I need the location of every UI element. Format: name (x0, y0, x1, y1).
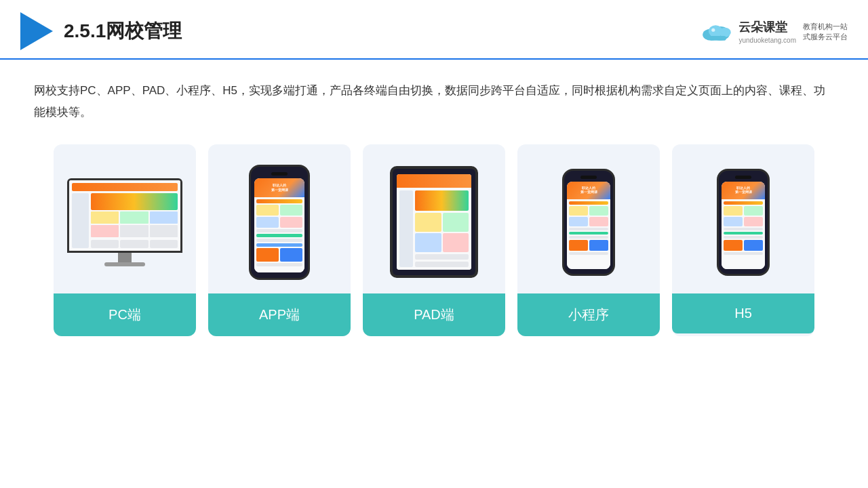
card-app-label: APP端 (208, 293, 351, 336)
main-content: 网校支持PC、APP、PAD、小程序、H5，实现多端打通，产品各终端自由切换，数… (0, 60, 868, 350)
card-pc-label: PC端 (54, 293, 196, 336)
phone-outer: 职达人的第一堂网课 (249, 165, 310, 280)
platform-cards-row: PC端 职达人的第一堂网课 (34, 144, 834, 336)
card-h5-label: H5 (672, 293, 814, 333)
description-text: 网校支持PC、APP、PAD、小程序、H5，实现多端打通，产品各终端自由切换，数… (34, 80, 834, 124)
svg-point-3 (719, 28, 731, 37)
brand-name-text: 云朵课堂 yunduoketang.com (738, 19, 796, 44)
tablet-outer (390, 166, 478, 278)
tablet-screen (397, 174, 471, 270)
card-pad-image (363, 144, 505, 293)
logo-triangle-icon (20, 12, 53, 50)
card-miniprogram-label: 小程序 (517, 293, 660, 336)
desktop-screen (67, 178, 182, 253)
card-pc-image (54, 144, 196, 293)
card-pad: PAD端 (363, 144, 505, 336)
card-pad-label: PAD端 (363, 293, 505, 336)
tablet-device (390, 166, 478, 278)
brand-logo-top: 云朵课堂 yunduoketang.com 教育机构一站式服务云平台 (699, 19, 848, 44)
phone-mini-outer: 职达人的第一堂网课 (562, 169, 615, 276)
phone-screen: 职达人的第一堂网课 (254, 178, 304, 272)
card-h5-image: 职达人的第一堂网课 (672, 144, 814, 293)
phone-mini-screen: 职达人的第一堂网课 (567, 182, 610, 269)
page-header: 2.5.1网校管理 云朵课堂 yunduoketang.com 教育机构一站式服… (0, 0, 868, 60)
card-app: 职达人的第一堂网课 (208, 144, 351, 336)
card-miniprogram-image: 职达人的第一堂网课 (517, 144, 660, 293)
card-app-image: 职达人的第一堂网课 (208, 144, 351, 293)
svg-point-5 (712, 28, 715, 32)
brand-logo: 云朵课堂 yunduoketang.com 教育机构一站式服务云平台 (699, 19, 848, 44)
brand-tagline: 教育机构一站式服务云平台 (803, 22, 848, 43)
card-pc: PC端 (54, 144, 196, 336)
desktop-device (67, 178, 182, 266)
phone-h5-notch (735, 176, 751, 179)
phone-mini-device: 职达人的第一堂网课 (562, 169, 615, 276)
phone-h5-device: 职达人的第一堂网课 (717, 169, 770, 276)
page-title: 2.5.1网校管理 (64, 18, 182, 44)
phone-mini-notch (580, 176, 597, 179)
svg-rect-4 (710, 36, 726, 41)
phone-device: 职达人的第一堂网课 (249, 165, 310, 280)
header-left: 2.5.1网校管理 (20, 12, 182, 50)
cloud-icon (699, 20, 734, 42)
phone-h5-screen: 职达人的第一堂网课 (722, 182, 765, 269)
phone-notch (271, 172, 288, 176)
card-h5: 职达人的第一堂网课 (672, 144, 814, 336)
phone-h5-outer: 职达人的第一堂网课 (717, 169, 770, 276)
card-miniprogram: 职达人的第一堂网课 (517, 144, 660, 336)
